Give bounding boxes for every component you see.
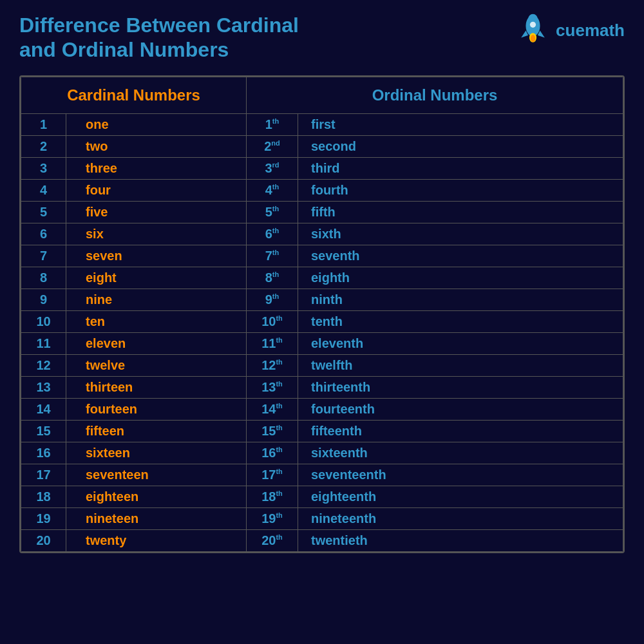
logo-text: cuemath [556, 21, 625, 41]
cardinal-word: four [66, 179, 247, 201]
cardinal-number: 15 [21, 420, 66, 442]
ordinal-number: 20th [247, 529, 298, 551]
table-row: 11 eleven 11th eleventh [21, 332, 623, 354]
table-row: 9 nine 9th ninth [21, 289, 623, 310]
cardinal-word: seventeen [66, 464, 247, 486]
ordinal-word: nineteenth [298, 507, 623, 529]
table-body: 1 one 1th first 2 two 2nd second 3 three… [21, 113, 623, 551]
ordinal-number: 11th [247, 332, 298, 354]
ordinal-number: 9th [247, 289, 298, 310]
ordinal-number: 6th [247, 223, 298, 245]
table-row: 15 fifteen 15th fifteenth [21, 420, 623, 442]
table-row: 7 seven 7th seventh [21, 245, 623, 267]
table-row: 19 nineteen 19th nineteenth [21, 507, 623, 529]
header: Difference Between Cardinal and Ordinal … [19, 13, 625, 62]
ordinal-number: 1th [247, 113, 298, 135]
ordinal-number: 16th [247, 442, 298, 464]
cardinal-word: three [66, 157, 247, 179]
ordinal-word: seventh [298, 245, 623, 267]
table-row: 14 fourteen 14th fourteenth [21, 398, 623, 420]
table-row: 2 two 2nd second [21, 135, 623, 157]
ordinal-number: 17th [247, 464, 298, 486]
cardinal-number: 5 [21, 201, 66, 223]
table-row: 13 thirteen 13th thirteenth [21, 376, 623, 398]
cardinal-word: eighteen [66, 486, 247, 507]
table-row: 20 twenty 20th twentieth [21, 529, 623, 551]
cardinal-number: 1 [21, 113, 66, 135]
ordinal-number: 8th [247, 267, 298, 289]
cardinal-word: eleven [66, 332, 247, 354]
ordinal-number: 12th [247, 354, 298, 376]
cardinal-number: 4 [21, 179, 66, 201]
cardinal-number: 6 [21, 223, 66, 245]
svg-point-6 [531, 35, 535, 42]
cardinal-number: 10 [21, 310, 66, 332]
cuemath-logo-icon [515, 13, 551, 48]
cardinal-word: fifteen [66, 420, 247, 442]
ordinal-word: sixth [298, 223, 623, 245]
table-row: 8 eight 8th eighth [21, 267, 623, 289]
ordinal-number: 18th [247, 486, 298, 507]
cardinal-number: 9 [21, 289, 66, 310]
cardinal-number: 17 [21, 464, 66, 486]
cardinal-number: 20 [21, 529, 66, 551]
ordinal-word: second [298, 135, 623, 157]
ordinal-word: ninth [298, 289, 623, 310]
table-row: 4 four 4th fourth [21, 179, 623, 201]
table-header-row: Cardinal Numbers Ordinal Numbers [21, 77, 623, 113]
cardinal-number: 8 [21, 267, 66, 289]
ordinal-word: eighth [298, 267, 623, 289]
ordinal-number: 2nd [247, 135, 298, 157]
table-row: 1 one 1th first [21, 113, 623, 135]
cardinal-word: twelve [66, 354, 247, 376]
cardinal-number: 19 [21, 507, 66, 529]
cardinal-word: ten [66, 310, 247, 332]
ordinal-word: first [298, 113, 623, 135]
ordinal-word: fourth [298, 179, 623, 201]
cardinal-number: 7 [21, 245, 66, 267]
ordinal-number: 14th [247, 398, 298, 420]
ordinal-word: thirteenth [298, 376, 623, 398]
ordinal-number: 3rd [247, 157, 298, 179]
ordinal-word: twelfth [298, 354, 623, 376]
logo-area: cuemath [515, 13, 625, 48]
cardinal-word: seven [66, 245, 247, 267]
cardinal-word: nineteen [66, 507, 247, 529]
ordinal-word: eleventh [298, 332, 623, 354]
ordinal-word: third [298, 157, 623, 179]
cardinal-header: Cardinal Numbers [21, 77, 247, 113]
cardinal-number: 3 [21, 157, 66, 179]
table-wrapper: Cardinal Numbers Ordinal Numbers 1 one 1… [19, 75, 625, 553]
cardinal-word: eight [66, 267, 247, 289]
table-row: 3 three 3rd third [21, 157, 623, 179]
ordinal-word: fourteenth [298, 398, 623, 420]
ordinal-number: 10th [247, 310, 298, 332]
cardinal-word: twenty [66, 529, 247, 551]
ordinal-word: eighteenth [298, 486, 623, 507]
cardinal-word: sixteen [66, 442, 247, 464]
ordinal-word: sixteenth [298, 442, 623, 464]
table-row: 5 five 5th fifth [21, 201, 623, 223]
ordinal-number: 15th [247, 420, 298, 442]
page-title: Difference Between Cardinal and Ordinal … [19, 13, 299, 62]
ordinal-word: seventeenth [298, 464, 623, 486]
cardinal-number: 12 [21, 354, 66, 376]
ordinal-word: tenth [298, 310, 623, 332]
table-row: 6 six 6th sixth [21, 223, 623, 245]
ordinal-number: 13th [247, 376, 298, 398]
cardinal-word: fourteen [66, 398, 247, 420]
table-row: 16 sixteen 16th sixteenth [21, 442, 623, 464]
cardinal-word: six [66, 223, 247, 245]
ordinal-number: 19th [247, 507, 298, 529]
cardinal-word: five [66, 201, 247, 223]
svg-point-2 [530, 22, 536, 28]
ordinal-number: 7th [247, 245, 298, 267]
page-container: Difference Between Cardinal and Ordinal … [0, 0, 644, 644]
cardinal-number: 11 [21, 332, 66, 354]
cardinal-number: 13 [21, 376, 66, 398]
cardinal-number: 2 [21, 135, 66, 157]
cardinal-number: 18 [21, 486, 66, 507]
ordinal-number: 5th [247, 201, 298, 223]
cardinal-word: two [66, 135, 247, 157]
ordinal-header: Ordinal Numbers [247, 77, 623, 113]
